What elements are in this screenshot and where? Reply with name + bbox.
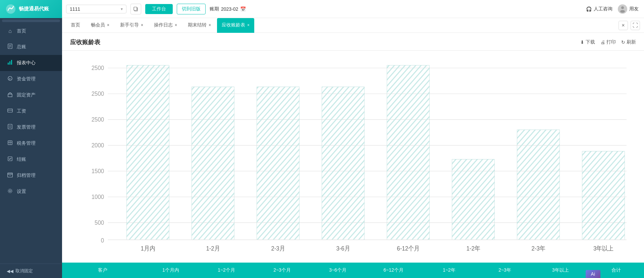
refresh-button[interactable]: ↻ 刷新 <box>621 39 636 45</box>
sidebar-item-ledger[interactable]: 总账 <box>0 39 62 55</box>
print-icon: 🖨 <box>600 40 605 45</box>
svg-rect-49 <box>387 65 430 240</box>
switch-version-button[interactable]: 切到旧版 <box>177 4 206 14</box>
svg-text:2500: 2500 <box>92 116 104 123</box>
sidebar-label-reports: 报表中心 <box>17 60 36 66</box>
tax-svg <box>7 140 13 145</box>
sidebar-item-payroll[interactable]: 工资 <box>0 103 62 119</box>
period-value: 2023-02 <box>221 6 238 12</box>
logo-icon <box>5 4 16 14</box>
payroll-icon <box>7 108 13 115</box>
col-1month: 1个月内 <box>143 267 199 273</box>
svg-text:1-2年: 1-2年 <box>466 245 480 252</box>
consult-label: 人工咨询 <box>594 6 612 12</box>
main-layout: ⌂ 首页 总账 报表中心 <box>0 18 644 278</box>
print-label: 打印 <box>606 39 616 45</box>
calendar-icon[interactable]: 📅 <box>240 6 246 12</box>
sidebar-label-home: 首页 <box>17 28 26 34</box>
sidebar-label-tax: 税务管理 <box>17 140 36 146</box>
expand-tab-button[interactable]: ⛶ <box>631 21 640 30</box>
copy-icon <box>133 6 139 12</box>
tab-log[interactable]: 操作日志 × <box>149 18 182 33</box>
page-actions: ⬇ 下载 🖨 打印 ↻ 刷新 <box>580 39 636 45</box>
ai-badge[interactable]: Ai <box>586 270 600 278</box>
company-selector[interactable]: 1111 ▾ <box>66 5 126 13</box>
refresh-label: 刷新 <box>627 39 636 45</box>
tab-home[interactable]: 首页 <box>66 18 85 33</box>
tab-period-end-close[interactable]: × <box>209 23 211 27</box>
settings-svg <box>7 188 13 194</box>
svg-point-0 <box>6 4 15 14</box>
page-content: 应收账龄表 ⬇ 下载 🖨 打印 ↻ 刷新 <box>62 33 644 278</box>
archive-svg <box>7 172 13 178</box>
sidebar-label-archive: 归档管理 <box>17 172 36 179</box>
svg-text:3年以上: 3年以上 <box>593 245 613 252</box>
svg-rect-17 <box>8 124 12 129</box>
close-tab-button[interactable]: × <box>619 21 628 30</box>
tab-member-label: 畅会员 <box>91 22 105 28</box>
svg-text:1500: 1500 <box>92 167 104 175</box>
col-2-3month: 2~3个月 <box>254 267 310 273</box>
sidebar-item-settings[interactable]: 设置 <box>0 184 62 200</box>
scroll-indicator <box>2 19 60 22</box>
tab-aging[interactable]: 应收账龄表 × <box>217 18 254 33</box>
refresh-icon: ↻ <box>621 40 625 45</box>
svg-rect-51 <box>517 130 560 240</box>
svg-text:500: 500 <box>95 219 104 226</box>
user-area[interactable]: 用友 <box>618 4 639 14</box>
settle-icon <box>7 156 13 163</box>
col-2-3year: 2~3年 <box>477 267 533 273</box>
svg-point-28 <box>8 189 12 193</box>
sidebar-label-payroll: 工资 <box>17 108 26 114</box>
tab-guide-close[interactable]: × <box>141 23 143 27</box>
sidebar-label-ledger: 总账 <box>17 44 26 50</box>
ledger-svg <box>7 44 13 49</box>
settle-svg <box>7 156 13 161</box>
workbench-button[interactable]: 工作台 <box>145 4 173 14</box>
sidebar-item-assets[interactable]: 固定资产 <box>0 87 62 103</box>
tab-period-end[interactable]: 期末结转 × <box>183 18 216 33</box>
svg-rect-11 <box>11 60 12 65</box>
col-customer: 客户 <box>62 267 143 273</box>
tab-log-label: 操作日志 <box>154 22 173 28</box>
svg-text:3-6月: 3-6月 <box>336 245 350 252</box>
tab-log-close[interactable]: × <box>175 23 177 27</box>
collapse-label: 取消固定 <box>15 268 33 274</box>
svg-rect-2 <box>134 7 137 10</box>
funds-svg: ¥ <box>7 76 13 81</box>
tab-guide-label: 新手引导 <box>120 22 139 28</box>
col-3-6month: 3~6个月 <box>310 267 366 273</box>
reports-svg <box>7 60 13 65</box>
ledger-icon <box>7 44 13 50</box>
collapse-button[interactable]: ◀◀ 取消固定 <box>0 264 62 278</box>
sidebar-label-settle: 结账 <box>17 156 26 162</box>
svg-rect-14 <box>8 94 12 97</box>
user-name: 用友 <box>629 6 639 12</box>
svg-rect-47 <box>257 87 300 240</box>
svg-text:2500: 2500 <box>92 90 104 97</box>
copy-button[interactable] <box>130 4 141 14</box>
tab-guide[interactable]: 新手引导 × <box>115 18 148 33</box>
sidebar-item-reports[interactable]: 报表中心 <box>0 55 62 71</box>
svg-text:2-3年: 2-3年 <box>531 245 545 252</box>
chart-container: 2500 2500 2500 2000 1500 1000 500 0 <box>70 57 636 256</box>
svg-rect-25 <box>8 173 12 174</box>
tab-member-close[interactable]: × <box>107 23 109 27</box>
consult-button[interactable]: 🎧 人工咨询 <box>586 6 612 12</box>
funds-icon: ¥ <box>7 76 13 82</box>
tab-aging-close[interactable]: × <box>247 23 250 27</box>
sidebar-item-settle[interactable]: 结账 <box>0 151 62 167</box>
sidebar-item-home[interactable]: ⌂ 首页 <box>0 23 62 39</box>
content-area: 首页 畅会员 × 新手引导 × 操作日志 × 期末结转 × 应收账龄表 × <box>62 18 644 278</box>
period-area: 账期 2023-02 📅 <box>210 6 246 12</box>
sidebar-item-archive[interactable]: 归档管理 <box>0 167 62 184</box>
sidebar-item-funds[interactable]: ¥ 资金管理 <box>0 71 62 87</box>
sidebar-item-tax[interactable]: 税务管理 <box>0 135 62 151</box>
tabs-right: × ⛶ <box>619 21 640 30</box>
home-icon: ⌂ <box>7 28 13 34</box>
tab-member[interactable]: 畅会员 × <box>86 18 114 33</box>
download-button[interactable]: ⬇ 下载 <box>580 39 595 45</box>
print-button[interactable]: 🖨 打印 <box>600 39 616 45</box>
sidebar-item-invoice[interactable]: 发票管理 <box>0 119 62 135</box>
avatar <box>618 4 627 14</box>
